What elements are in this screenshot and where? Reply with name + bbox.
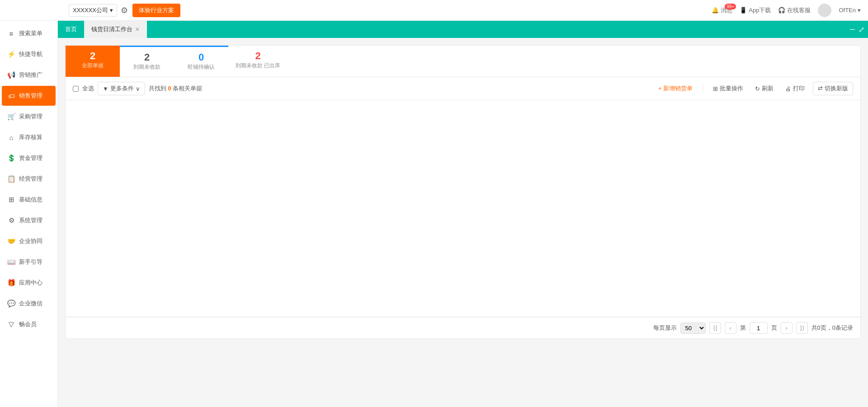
refresh-icon: ↻	[755, 85, 760, 92]
close-icon[interactable]: ✕	[135, 26, 140, 33]
page-number-input[interactable]	[750, 322, 768, 334]
select-all-checkbox[interactable]	[73, 86, 79, 92]
inventory-icon: ⌂	[7, 134, 15, 141]
print-button[interactable]: 🖨 打印	[782, 83, 808, 94]
toolbar-right: + 新增销货单 ⊞ 批量操作 ↻ 刷新 🖨 打印 ⇄ 切换新版	[655, 82, 853, 95]
purchase-icon: 🛒	[7, 112, 15, 121]
operations-icon: 📋	[7, 175, 15, 183]
last-page-button[interactable]: ⟩⟩	[796, 322, 808, 334]
sidebar-item-system[interactable]: ⚙ 系统管理	[2, 211, 56, 230]
sidebar-item-label: 营销推广	[19, 71, 42, 79]
sidebar-item-finance[interactable]: 💲 资金管理	[2, 148, 56, 168]
chevron-down-icon: ▾	[110, 7, 113, 14]
wechat-icon: 💬	[7, 299, 15, 308]
sidebar-item-label: 畅会员	[19, 320, 37, 328]
sidebar-item-cooperation[interactable]: 🤝 企业协同	[2, 231, 56, 251]
sidebar-item-label: 企业协同	[19, 237, 42, 245]
stats-all-num: 2	[73, 50, 113, 62]
chevron-down-icon2: ▾	[858, 7, 861, 14]
toolbar: 全选 ▼ 更多条件 ∨ 共找到 0 条相关单据 + 新增销货单 ⊞ 批量操作 ↻…	[65, 77, 861, 100]
sidebar-item-beginner[interactable]: 📖 新手引导	[2, 252, 56, 272]
filter-button[interactable]: ▼ 更多条件 ∨	[98, 82, 145, 95]
switch-new-version-button[interactable]: ⇄ 切换新版	[813, 82, 853, 95]
sidebar: 6 畅捷通好生意 标准版 ≡ 搜索菜单 ⚡ 快捷导航 📢 营销推广 🏷 销售管理…	[0, 0, 58, 407]
add-sales-order-button[interactable]: + 新增销货单	[655, 83, 696, 94]
sidebar-item-member[interactable]: ▽ 畅会员	[2, 314, 56, 334]
minimize-icon[interactable]: ─	[850, 25, 855, 33]
nav-tabs: 首页 钱货日清工作台 ✕ ─ ⤢	[58, 21, 868, 38]
user-name-item[interactable]: OfTEn ▾	[839, 7, 861, 14]
stats-pending-label: 旺铺待确认	[181, 63, 221, 71]
stats-shipped-num: 2	[236, 50, 280, 62]
tab-daily-work[interactable]: 钱货日清工作台 ✕	[84, 21, 147, 38]
online-service-label: 在线客服	[787, 6, 811, 14]
top-right: 🔔 消息 99+ 📱 App下载 🎧 在线客服 OfTEn ▾	[712, 4, 861, 17]
online-service-item[interactable]: 🎧 在线客服	[778, 6, 811, 14]
sidebar-item-purchase[interactable]: 🛒 采购管理	[2, 107, 56, 126]
user-name: OfTEn	[839, 7, 856, 14]
tab-actions: ─ ⤢	[850, 25, 868, 34]
dropdown-icon: ∨	[136, 85, 140, 92]
sidebar-item-label: 快捷导航	[19, 50, 42, 58]
batch-operation-button[interactable]: ⊞ 批量操作	[709, 83, 747, 94]
sidebar-item-label: 资金管理	[19, 154, 42, 162]
beginner-icon: 📖	[7, 258, 15, 266]
sidebar-item-label: 搜索菜单	[19, 29, 42, 37]
page-label2: 页	[771, 324, 777, 332]
found-count: 0	[168, 85, 171, 92]
messages-badge: 99+	[725, 4, 736, 9]
stats-tab-pending[interactable]: 0 旺铺待确认	[174, 46, 228, 77]
switch-icon: ⇄	[818, 85, 823, 92]
main-content: 2 全部单据 2 到期未收款 0 旺铺待确认 2 到期未收款 已出库 全选 ▼ …	[58, 38, 868, 407]
sidebar-item-label: 采购管理	[19, 112, 42, 121]
page-label: 第	[740, 324, 746, 332]
search-menu-icon: ≡	[7, 30, 15, 37]
sidebar-item-basics[interactable]: ⊞ 基础信息	[2, 190, 56, 210]
sidebar-item-wechat[interactable]: 💬 企业微信	[2, 294, 56, 313]
stats-overdue-num: 2	[127, 51, 167, 63]
sidebar-item-app-center[interactable]: 🎁 应用中心	[2, 273, 56, 293]
toolbar-left: 全选 ▼ 更多条件 ∨ 共找到 0 条相关单据	[73, 82, 202, 95]
sales-icon: 🏷	[7, 92, 15, 100]
stats-shipped-label: 到期未收款 已出库	[236, 62, 280, 70]
first-page-button[interactable]: ⟨⟨	[709, 322, 721, 334]
company-selector[interactable]: XXXXXX公司 ▾	[69, 4, 117, 17]
marketing-icon: 📢	[7, 71, 15, 79]
experience-button[interactable]: 体验行业方案	[132, 4, 180, 17]
sidebar-item-quick-nav[interactable]: ⚡ 快捷导航	[2, 44, 56, 64]
filter-label: 更多条件	[110, 84, 134, 93]
tab-home[interactable]: 首页	[58, 21, 84, 38]
sidebar-item-label: 基础信息	[19, 196, 42, 204]
refresh-button[interactable]: ↻ 刷新	[751, 83, 777, 94]
sidebar-item-inventory[interactable]: ⌂ 库存核算	[2, 127, 56, 147]
settings-icon[interactable]: ⚙	[121, 5, 128, 15]
cooperation-icon: 🤝	[7, 237, 15, 245]
next-page-button[interactable]: ›	[781, 322, 793, 334]
stats-tab-overdue[interactable]: 2 到期未收款	[120, 46, 174, 77]
stats-tab-all[interactable]: 2 全部单据	[66, 46, 120, 77]
batch-icon: ⊞	[713, 85, 718, 92]
sidebar-item-operations[interactable]: 📋 经营管理	[2, 169, 56, 189]
maximize-icon[interactable]: ⤢	[859, 25, 864, 34]
stats-tab-shipped[interactable]: 2 到期未收款 已出库	[228, 46, 288, 77]
headset-icon: 🎧	[778, 7, 785, 14]
app-download-label: App下载	[749, 6, 771, 14]
sidebar-item-sales[interactable]: 🏷 销售管理	[2, 86, 56, 106]
messages-item[interactable]: 🔔 消息 99+	[712, 6, 732, 14]
prev-page-button[interactable]: ‹	[725, 322, 736, 334]
phone-icon: 📱	[740, 7, 747, 14]
sidebar-item-label: 企业微信	[19, 299, 42, 308]
stats-overdue-label: 到期未收款	[127, 63, 167, 71]
sidebar-item-search-menu[interactable]: ≡ 搜索菜单	[2, 23, 56, 43]
per-page-label: 每页显示	[653, 324, 677, 332]
tab-home-label: 首页	[65, 25, 77, 33]
sidebar-menu: ≡ 搜索菜单 ⚡ 快捷导航 📢 营销推广 🏷 销售管理 🛒 采购管理 ⌂ 库存核…	[0, 21, 57, 407]
avatar[interactable]	[818, 4, 831, 17]
stats-pending-num: 0	[181, 51, 221, 63]
sidebar-item-marketing[interactable]: 📢 营销推广	[2, 65, 56, 85]
per-page-select[interactable]: 50 100 200	[680, 323, 706, 334]
app-download-item[interactable]: 📱 App下载	[740, 6, 771, 14]
company-name: XXXXXX公司	[73, 6, 108, 14]
finance-icon: 💲	[7, 154, 15, 162]
quick-nav-icon: ⚡	[7, 50, 15, 58]
